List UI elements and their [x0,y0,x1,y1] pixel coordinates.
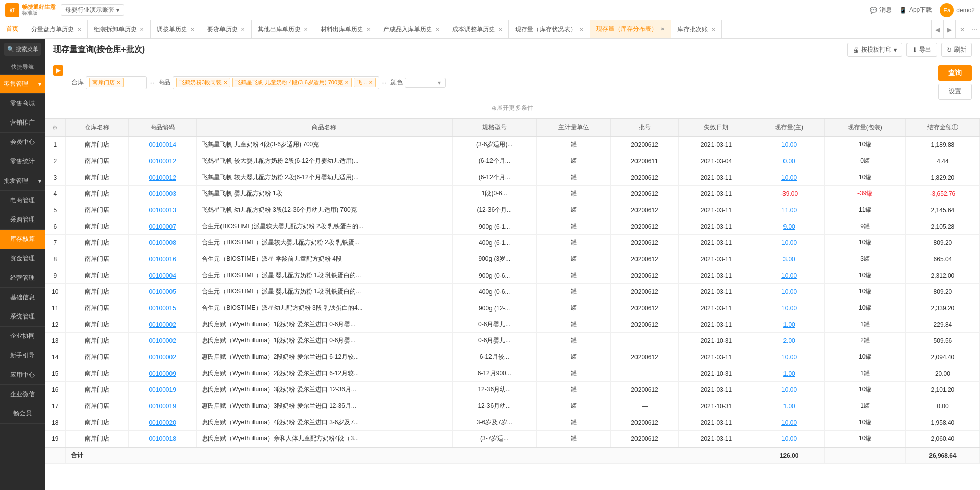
sidebar-item-stock-check[interactable]: 库存核算 [0,230,45,249]
cell-code[interactable]: 00100008 [129,235,197,251]
cell-code[interactable]: 00100020 [129,414,197,431]
nav-right-arrow[interactable]: ▶ [943,20,955,39]
nav-close-all[interactable]: ✕ [955,20,968,39]
th-settings[interactable]: ⚙ [45,119,65,136]
cell-stock-main[interactable]: 3.00 [754,251,824,267]
nav-expand[interactable]: ⋯ [968,20,980,39]
cell-code[interactable]: 00100005 [129,284,197,300]
sidebar-item-member[interactable]: 会员中心 [0,133,45,152]
cell-code[interactable]: 00100019 [129,382,197,398]
tab-requisition[interactable]: 要货单历史 ✕ [201,20,252,39]
cell-stock-main[interactable]: 1.00 [754,398,824,414]
sidebar-item-new-guide[interactable]: 新手引导 [0,346,45,365]
search-menu-btn[interactable]: 🔍 搜索菜单 [4,43,41,56]
cell-stock-main[interactable]: 10.00 [754,284,824,300]
tab-stock-status[interactable]: 现存量（库存状况表）✕ [509,20,590,39]
cell-code[interactable]: 00100012 [129,153,197,169]
cell-code[interactable]: 00100007 [129,218,197,235]
close-icon[interactable]: ✕ [498,27,502,32]
tab-batch-ledger[interactable]: 库存批次账 ✕ [671,20,722,39]
sidebar-item-wholesale[interactable]: 批发管理 ▾ [0,172,45,191]
warehouse-tag-container[interactable]: 南岸门店 ✕ [86,76,147,89]
cell-stock-main[interactable]: 10.00 [754,349,824,365]
sidebar-item-ops[interactable]: 经营管理 [0,268,45,288]
cell-code[interactable]: 00100004 [129,267,197,284]
cell-stock-main[interactable]: 10.00 [754,382,824,398]
sidebar-item-retail-mall[interactable]: 零售商城 [0,94,45,113]
cell-code[interactable]: 00100015 [129,300,197,316]
close-icon[interactable]: ✕ [660,26,665,32]
warehouse-filter-dots[interactable]: ··· [149,79,154,86]
cell-code[interactable]: 00100002 [129,333,197,349]
cell-code[interactable]: 00100003 [129,186,197,202]
cell-stock-main[interactable]: 10.00 [754,414,824,431]
close-icon[interactable]: ✕ [579,27,583,32]
sidebar-item-vip-member[interactable]: 畅会员 [0,404,45,424]
warehouse-tag-close[interactable]: ✕ [116,80,120,85]
cell-code[interactable]: 00100016 [129,251,197,267]
tab-other-out[interactable]: 其他出库单历史 ✕ [252,20,314,39]
cell-stock-main[interactable]: 10.00 [754,267,824,284]
tab-material-out[interactable]: 材料出库单历史 ✕ [314,20,377,39]
cell-code[interactable]: 00100013 [129,202,197,218]
cell-code[interactable]: 00100002 [129,349,197,365]
sidebar-item-enterprise-wechat[interactable]: 企业微信 [0,385,45,404]
sidebar-item-sys-mgmt[interactable]: 系统管理 [0,307,45,327]
product-tag-1-close[interactable]: ✕ [223,80,227,85]
tab-cost-adjust[interactable]: 成本调整单历史 ✕ [446,20,509,39]
cell-stock-main[interactable]: 10.00 [754,169,824,186]
cell-stock-main[interactable]: 10.00 [754,300,824,316]
nav-left-arrow[interactable]: ◀ [931,20,943,39]
sidebar-item-enterprise-coop[interactable]: 企业协同 [0,327,45,346]
close-icon[interactable]: ✕ [140,27,144,32]
sidebar-quick-nav[interactable]: 快捷导航 [0,60,45,75]
cell-stock-main[interactable]: 1.00 [754,365,824,382]
company-select[interactable]: 母婴行业演示账套 ▾ [61,4,124,16]
settings-icon[interactable]: ⚙ [51,124,59,132]
refresh-btn[interactable]: ↻ 刷新 [941,43,972,57]
query-btn[interactable]: 查询 [938,65,972,81]
close-icon[interactable]: ✕ [711,27,715,32]
cell-code[interactable]: 00100002 [129,316,197,333]
cell-stock-main[interactable]: -39.00 [754,186,824,202]
cell-stock-main[interactable]: 2.00 [754,333,824,349]
sidebar-item-app-center[interactable]: 应用中心 [0,365,45,385]
tab-split-inventory[interactable]: 分量盘点单历史 ✕ [25,20,88,39]
sidebar-item-finance[interactable]: 资金管理 [0,249,45,268]
sidebar-item-basic-info[interactable]: 基础信息 [0,288,45,307]
sidebar-item-retail-stats[interactable]: 零售统计 [0,152,45,172]
product-tag-2-close[interactable]: ✕ [345,80,349,85]
cell-stock-main[interactable]: 0.00 [754,153,824,169]
close-icon[interactable]: ✕ [241,27,245,32]
tab-product-in[interactable]: 产成品入库单历史 ✕ [377,20,446,39]
tab-adjust[interactable]: 调拨单历史 ✕ [151,20,201,39]
app-download-btn[interactable]: 📱 App下载 [899,6,932,14]
cell-code[interactable]: 00100018 [129,431,197,448]
message-btn[interactable]: 💬 消息 [870,6,892,14]
sidebar-item-purchase[interactable]: 采购管理 [0,210,45,230]
user-area[interactable]: Ea demo2 [940,3,975,17]
cell-code[interactable]: 00100019 [129,398,197,414]
cell-code[interactable]: 00100009 [129,365,197,382]
tab-disassemble[interactable]: 组装拆卸单历史 ✕ [88,20,151,39]
close-icon[interactable]: ✕ [77,27,81,32]
expand-more-btn[interactable]: ⊕ 展开更多条件 [53,102,972,114]
tab-stock-dist[interactable]: 现存量（库存分布表）✕ [590,20,671,39]
export-btn[interactable]: ⬇ 导出 [906,43,937,57]
setting-btn[interactable]: 设置 [938,84,972,100]
cell-stock-main[interactable]: 10.00 [754,136,824,153]
tab-home[interactable]: 首页 [0,20,25,39]
close-icon[interactable]: ✕ [190,27,194,32]
sidebar-item-marketing[interactable]: 营销推广 [0,113,45,133]
cell-stock-main[interactable]: 10.00 [754,431,824,448]
close-icon[interactable]: ✕ [435,27,439,32]
sidebar-search[interactable]: 🔍 搜索菜单 [0,39,45,60]
product-filter-dots[interactable]: ··· [381,79,386,86]
product-tag-container[interactable]: 飞鹤奶粉3段同装 ✕ 飞鹤星飞帆 儿童奶粉 4段(3-6岁适用) 700克 ✕ … [173,76,379,89]
close-icon[interactable]: ✕ [304,27,308,32]
print-btn[interactable]: 🖨 按模板打印 ▾ [847,43,902,57]
sidebar-item-retail-mgmt[interactable]: 零售管理 ▾ [0,75,45,94]
sidebar-item-ecommerce[interactable]: 电商管理 [0,191,45,210]
product-tag-3-close[interactable]: ✕ [369,80,373,85]
cell-stock-main[interactable]: 9.00 [754,218,824,235]
